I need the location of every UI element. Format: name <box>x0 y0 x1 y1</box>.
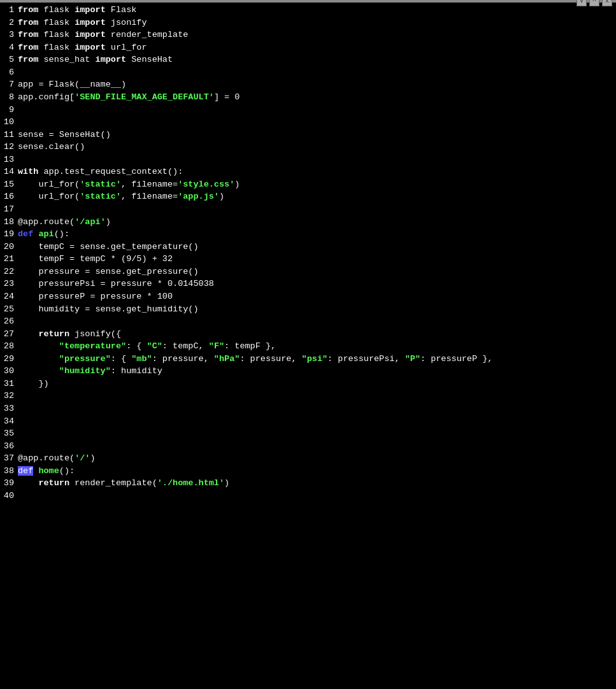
code-line-32: 32 <box>0 390 616 402</box>
line-content: app = Flask(__name__) <box>18 78 126 91</box>
code-line-40: 40 <box>0 490 616 502</box>
line-content: "pressure": { "mb": pressure, "hPa": pre… <box>18 353 492 366</box>
line-content: app.config['SEND_FILE_MAX_AGE_DEFAULT'] … <box>18 91 240 104</box>
line-content: url_for('static', filename='style.css') <box>18 178 240 191</box>
line-number: 23 <box>0 278 18 290</box>
line-number: 21 <box>0 253 18 266</box>
code-line-14: 14with app.test_request_context(): <box>0 166 616 178</box>
code-line-35: 35 <box>0 427 616 440</box>
line-content: tempC = sense.get_temperature() <box>18 241 199 253</box>
line-number: 10 <box>0 116 18 129</box>
line-content: pressurePsi = pressure * 0.0145038 <box>18 278 214 290</box>
code-line-9: 9 <box>0 104 616 117</box>
line-number: 14 <box>0 166 18 178</box>
close-button[interactable]: x <box>602 0 612 6</box>
line-number: 39 <box>0 477 18 490</box>
line-content: @app.route('/api') <box>18 216 111 229</box>
minimize-button[interactable]: v <box>577 0 587 6</box>
bottom-bar <box>0 639 616 642</box>
code-line-13: 13 <box>0 153 616 166</box>
line-number: 32 <box>0 390 18 402</box>
line-content: from flask import Flask <box>18 4 136 17</box>
line-content: return jsonify({ <box>18 328 121 341</box>
line-content: @app.route('/') <box>18 452 96 465</box>
code-line-12: 12sense.clear() <box>0 141 616 153</box>
code-line-27: 27 return jsonify({ <box>0 328 616 341</box>
line-number: 30 <box>0 365 18 378</box>
line-number: 36 <box>0 440 18 453</box>
line-number: 11 <box>0 129 18 141</box>
line-number: 26 <box>0 315 18 328</box>
line-content: pressureP = pressure * 100 <box>18 290 173 303</box>
line-content: return render_template('./home.html') <box>18 477 229 490</box>
line-number: 18 <box>0 216 18 229</box>
line-content: from flask import jsonify <box>18 17 147 29</box>
line-number: 25 <box>0 303 18 316</box>
line-number: 28 <box>0 340 18 353</box>
line-number: 4 <box>0 41 18 54</box>
code-line-11: 11sense = SenseHat() <box>0 129 616 141</box>
code-lines: 1from flask import Flask2from flask impo… <box>0 4 616 638</box>
line-number: 40 <box>0 490 18 502</box>
line-content: with app.test_request_context(): <box>18 166 183 178</box>
code-line-15: 15 url_for('static', filename='style.css… <box>0 178 616 191</box>
line-number: 9 <box>0 104 18 117</box>
code-line-16: 16 url_for('static', filename='app.js') <box>0 190 616 203</box>
code-line-3: 3from flask import render_template <box>0 29 616 41</box>
maximize-button[interactable]: ^ <box>589 0 599 6</box>
code-line-17: 17 <box>0 203 616 216</box>
code-line-30: 30 "humidity": humidity <box>0 365 616 378</box>
code-line-34: 34 <box>0 415 616 428</box>
line-content: from flask import render_template <box>18 29 188 41</box>
line-number: 2 <box>0 17 18 29</box>
line-number: 8 <box>0 91 18 104</box>
line-content: sense = SenseHat() <box>18 129 111 141</box>
line-number: 7 <box>0 78 18 91</box>
code-line-8: 8app.config['SEND_FILE_MAX_AGE_DEFAULT']… <box>0 91 616 104</box>
code-line-23: 23 pressurePsi = pressure * 0.0145038 <box>0 278 616 290</box>
line-content: "humidity": humidity <box>18 365 162 378</box>
code-line-26: 26 <box>0 315 616 328</box>
code-line-28: 28 "temperature": { "C": tempC, "F": tem… <box>0 340 616 353</box>
code-line-22: 22 pressure = sense.get_pressure() <box>0 266 616 278</box>
line-number: 12 <box>0 141 18 153</box>
line-number: 15 <box>0 178 18 191</box>
line-number: 17 <box>0 203 18 216</box>
line-content: humidity = sense.get_humidity() <box>18 303 199 316</box>
code-line-39: 39 return render_template('./home.html') <box>0 477 616 490</box>
editor-area: 1from flask import Flask2from flask impo… <box>0 4 616 638</box>
line-content: def home(): <box>18 465 75 478</box>
line-number: 20 <box>0 241 18 253</box>
line-number: 33 <box>0 402 18 415</box>
code-line-38: 38def home(): <box>0 465 616 478</box>
code-line-29: 29 "pressure": { "mb": pressure, "hPa": … <box>0 353 616 366</box>
line-number: 22 <box>0 266 18 278</box>
line-number: 3 <box>0 29 18 41</box>
line-content: sense.clear() <box>18 141 85 153</box>
line-content: "temperature": { "C": tempC, "F": tempF … <box>18 340 276 353</box>
line-content: from flask import url_for <box>18 41 147 54</box>
code-line-5: 5from sense_hat import SenseHat <box>0 53 616 66</box>
line-number: 34 <box>0 415 18 428</box>
line-number: 37 <box>0 452 18 465</box>
line-number: 1 <box>0 4 18 17</box>
code-line-6: 6 <box>0 66 616 79</box>
code-line-37: 37@app.route('/') <box>0 452 616 465</box>
line-number: 27 <box>0 328 18 341</box>
title-bar: v ^ x <box>0 0 616 3</box>
window-controls[interactable]: v ^ x <box>577 0 612 6</box>
code-line-18: 18@app.route('/api') <box>0 216 616 229</box>
code-line-25: 25 humidity = sense.get_humidity() <box>0 303 616 316</box>
line-number: 13 <box>0 153 18 166</box>
line-number: 31 <box>0 378 18 390</box>
code-line-19: 19def api(): <box>0 228 616 241</box>
line-number: 6 <box>0 66 18 79</box>
line-number: 5 <box>0 53 18 66</box>
line-content: from sense_hat import SenseHat <box>18 53 173 66</box>
code-line-2: 2from flask import jsonify <box>0 17 616 29</box>
code-line-7: 7app = Flask(__name__) <box>0 78 616 91</box>
line-content: pressure = sense.get_pressure() <box>18 266 199 278</box>
code-line-10: 10 <box>0 116 616 129</box>
line-number: 29 <box>0 353 18 366</box>
line-number: 38 <box>0 465 18 478</box>
